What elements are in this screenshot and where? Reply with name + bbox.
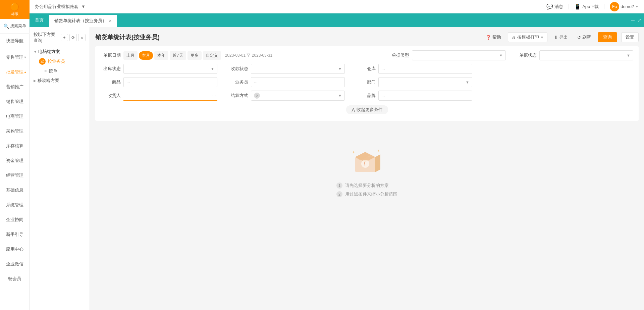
sidebar-item-system[interactable]: 系统管理 — [0, 198, 30, 212]
sidebar-item-purchase[interactable]: 采购管理 — [0, 124, 30, 139]
sidebar-item-ecommerce[interactable]: 电商管理 — [0, 109, 30, 124]
sidebar-item-finance[interactable]: 资金管理 — [0, 153, 30, 168]
query-button[interactable]: 查询 — [598, 32, 617, 42]
user-profile[interactable]: Ea demo2 ▼ — [610, 2, 639, 11]
settings-label: 设置 — [626, 35, 634, 40]
ecommerce-label: 电商管理 — [6, 113, 23, 119]
workspace-selector[interactable]: 办公用品行业模拟账套 ▼ — [35, 4, 86, 10]
settlement-clear-icon[interactable]: ✕ — [254, 93, 260, 99]
date-btn-7days[interactable]: 近7天 — [170, 51, 186, 60]
tab-home[interactable]: 首页 — [30, 13, 49, 27]
collapse-more-button[interactable]: ⋀ 收起更多条件 — [346, 105, 388, 114]
date-btn-more[interactable]: 更多 — [187, 51, 202, 60]
sidebar-item-member[interactable]: 畅会员 — [0, 271, 30, 286]
date-btn-this-year[interactable]: 本年 — [154, 51, 168, 60]
settlement-select[interactable]: ✕ ▼ — [251, 91, 345, 101]
date-btn-this-month[interactable]: 本月 — [139, 51, 153, 60]
tab-minimize-icon[interactable]: ─ — [631, 17, 635, 23]
sidebar-item-wholesale[interactable]: 批发管理 — [0, 65, 30, 80]
top-header: 办公用品行业模拟账套 ▼ 💬 消息 📱 App下载 Ea demo2 ▼ — [30, 0, 644, 13]
refresh-button[interactable]: ↺ 刷新 — [575, 33, 594, 42]
print-arrow-icon: ▼ — [540, 36, 544, 39]
svg-text:✦: ✦ — [352, 150, 355, 155]
left-panel-icons: + ⟳ « — [61, 34, 86, 41]
brand-select[interactable]: ··· — [378, 91, 472, 101]
add-scheme-button[interactable]: + — [61, 34, 68, 41]
date-btn-custom[interactable]: 自定义 — [203, 51, 221, 60]
sidebar-item-enterprise[interactable]: 企业协同 — [0, 212, 30, 227]
consignee-input[interactable] — [123, 91, 217, 101]
department-select[interactable]: ▼ — [378, 77, 472, 87]
sidebar-item-operations[interactable]: 经营管理 — [0, 168, 30, 183]
tab-close-icon[interactable]: ✕ — [109, 19, 112, 23]
app-download-button[interactable]: 📱 App下载 — [574, 3, 599, 10]
tab-sales-stat[interactable]: 销货单统计表（按业务员） ✕ — [49, 15, 117, 27]
sidebar-item-inventory[interactable]: 库存核算 — [0, 139, 30, 153]
content-area: 按以下方案查询 + ⟳ « ▼ 电脑端方案 — [30, 27, 644, 310]
collapse-icon: « — [81, 35, 83, 40]
message-icon: 💬 — [546, 3, 553, 10]
consignee-dots-icon[interactable]: ··· — [212, 93, 216, 98]
tree-parent-desktop-label: 电脑端方案 — [38, 49, 60, 55]
sidebar-item-retail[interactable]: 零售管理 — [0, 50, 30, 65]
user-dropdown-icon: ▼ — [635, 5, 639, 8]
receipt-status-select[interactable]: ▼ — [251, 64, 345, 74]
member-label: 畅会员 — [8, 276, 21, 282]
tip-text-1: 请先选择要分析的方案 — [345, 183, 389, 189]
warehouse-label: 仓库 — [354, 66, 376, 72]
empty-illustration: ! ✦ ✦ · — [348, 144, 385, 177]
tree-child-byorder[interactable]: ≡ 按单 — [30, 66, 90, 76]
salesperson-select[interactable]: ··· — [251, 77, 345, 87]
help-button[interactable]: ❓ 帮助 — [483, 33, 504, 42]
wechat-label: 企业微信 — [6, 261, 23, 267]
purchase-label: 采购管理 — [6, 128, 23, 134]
tab-maximize-icon[interactable]: ⤢ — [637, 17, 641, 23]
app-logo[interactable]: 🟠 标版 — [0, 0, 30, 19]
sales-label: 销售管理 — [6, 99, 23, 105]
export-button[interactable]: ⬇ 导出 — [551, 33, 571, 42]
sidebar-item-beginner[interactable]: 新手引导 — [0, 227, 30, 242]
workspace-arrow-icon: ▼ — [81, 4, 86, 9]
sidebar-item-search[interactable]: 🔍 搜索菜单 — [0, 19, 30, 34]
left-panel-title-text: 按以下方案查询 — [34, 32, 58, 44]
page-title: 销货单统计表(按业务员) — [95, 33, 160, 41]
tree-parent-desktop[interactable]: ▼ 电脑端方案 — [30, 47, 90, 56]
svg-marker-2 — [375, 154, 380, 172]
out-status-select[interactable]: ▼ — [123, 64, 217, 74]
collapse-panel-button[interactable]: « — [78, 34, 86, 41]
collapse-arrow-icon: ⋀ — [352, 107, 355, 112]
sidebar-item-marketing[interactable]: 营销推广 — [0, 80, 30, 94]
settings-button[interactable]: 设置 — [621, 32, 639, 42]
right-content: 销货单统计表(按业务员) ❓ 帮助 🖨 按模板打印 ▼ ⬇ 导出 — [90, 27, 644, 310]
user-name: demo2 — [621, 4, 634, 9]
refresh-scheme-button[interactable]: ⟳ — [69, 34, 77, 41]
finance-label: 资金管理 — [6, 158, 23, 164]
date-btn-last-month[interactable]: 上月 — [123, 51, 138, 60]
home-tab-label: 首页 — [35, 17, 44, 23]
print-button[interactable]: 🖨 按模板打印 ▼ — [508, 32, 547, 42]
sidebar-item-appcenter[interactable]: 应用中心 — [0, 242, 30, 257]
tree-parent-mobile[interactable]: ▶ 移动端方案 — [30, 76, 90, 85]
tree-child-salesperson[interactable]: 业 按业务员 — [30, 56, 90, 66]
doc-type-select[interactable]: ▼ — [412, 50, 506, 60]
goods-select[interactable]: ··· — [123, 77, 217, 87]
sidebar-item-basicinfo[interactable]: 基础信息 — [0, 183, 30, 198]
consignee-label: 收货人 — [101, 93, 121, 99]
empty-tip-2: 2 用过滤条件来缩小分析范围 — [336, 191, 397, 197]
left-panel-header: 按以下方案查询 + ⟳ « — [30, 30, 90, 46]
sidebar-item-quicknav[interactable]: 快捷导航 — [0, 34, 30, 48]
beginner-label: 新手引导 — [6, 231, 23, 238]
search-icon: 🔍 — [3, 23, 9, 29]
sidebar-item-wechat[interactable]: 企业微信 — [0, 257, 30, 271]
sidebar-item-sales[interactable]: 销售管理 — [0, 94, 30, 109]
receipt-status-label: 收款状态 — [227, 66, 248, 72]
salesperson-scheme-icon: 业 — [39, 58, 46, 65]
doc-status-select[interactable]: ▼ — [539, 50, 633, 60]
left-panel: 按以下方案查询 + ⟳ « ▼ 电脑端方案 — [30, 27, 90, 310]
warehouse-select[interactable]: ··· — [378, 64, 472, 74]
receipt-status-arrow-icon: ▼ — [338, 67, 342, 71]
doc-type-arrow-icon: ▼ — [499, 53, 503, 57]
export-icon: ⬇ — [554, 35, 558, 40]
message-button[interactable]: 💬 消息 — [546, 3, 563, 10]
empty-tip-1: 1 请先选择要分析的方案 — [336, 183, 397, 189]
